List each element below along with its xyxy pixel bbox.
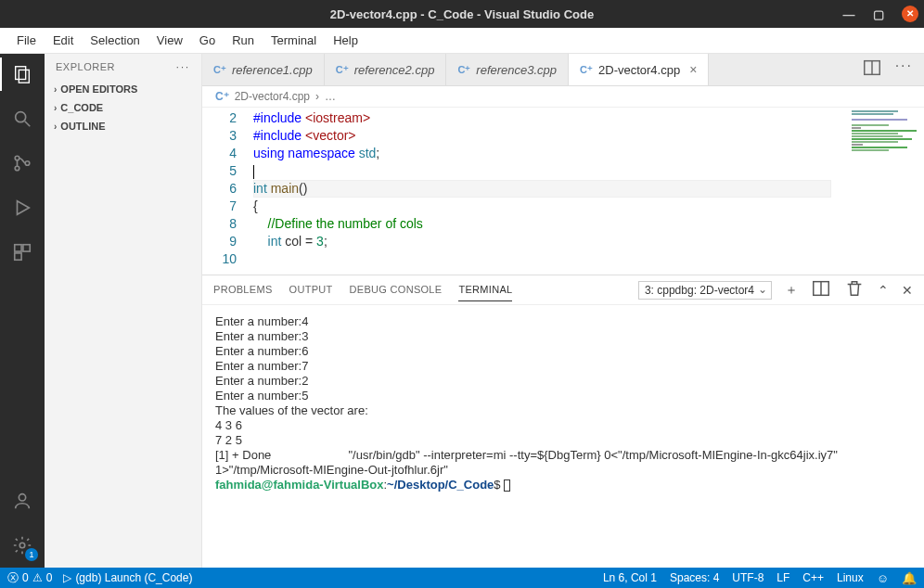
breadcrumb-more: … bbox=[325, 90, 336, 103]
sidebar-section-open-editors[interactable]: ›OPEN EDITORS bbox=[45, 80, 201, 98]
svg-rect-1 bbox=[19, 70, 29, 83]
status-eol[interactable]: LF bbox=[776, 571, 789, 585]
breadcrumb-sep: › bbox=[315, 90, 319, 103]
svg-rect-9 bbox=[23, 245, 30, 251]
svg-marker-7 bbox=[18, 201, 30, 215]
maximize-panel-icon[interactable]: ⌃ bbox=[878, 283, 889, 298]
notifications-icon[interactable]: 🔔 bbox=[902, 571, 917, 585]
tab-2D-vector4-cpp[interactable]: C⁺2D-vector4.cpp× bbox=[569, 54, 709, 85]
menu-help[interactable]: Help bbox=[326, 30, 366, 51]
terminal-selector[interactable]: 3: cppdbg: 2D-vector4 bbox=[638, 281, 772, 300]
window-title: 2D-vector4.cpp - C_Code - Visual Studio … bbox=[330, 7, 594, 21]
title-bar: 2D-vector4.cpp - C_Code - Visual Studio … bbox=[0, 0, 924, 28]
tab-reference3-cpp[interactable]: C⁺reference3.cpp bbox=[446, 54, 569, 85]
tab-reference1-cpp[interactable]: C⁺reference1.cpp bbox=[202, 54, 325, 85]
status-position[interactable]: Ln 6, Col 1 bbox=[603, 571, 657, 585]
menu-file[interactable]: File bbox=[9, 30, 44, 51]
close-button[interactable]: ✕ bbox=[902, 6, 918, 22]
settings-icon[interactable]: 1 bbox=[9, 532, 35, 558]
feedback-icon[interactable]: ☺ bbox=[877, 571, 889, 585]
status-os[interactable]: Linux bbox=[837, 571, 864, 585]
svg-rect-0 bbox=[16, 67, 26, 80]
menu-go[interactable]: Go bbox=[192, 30, 223, 51]
status-errors[interactable]: ⓧ 0 ⚠ 0 bbox=[7, 570, 52, 586]
menu-view[interactable]: View bbox=[149, 30, 190, 51]
menu-run[interactable]: Run bbox=[225, 30, 262, 51]
source-control-icon[interactable] bbox=[9, 150, 35, 176]
sidebar-section-outline[interactable]: ›OUTLINE bbox=[45, 117, 201, 135]
menu-edit[interactable]: Edit bbox=[45, 30, 81, 51]
svg-point-2 bbox=[16, 112, 26, 122]
svg-line-3 bbox=[25, 121, 31, 127]
status-bar: ⓧ 0 ⚠ 0 ▷ (gdb) Launch (C_Code) Ln 6, Co… bbox=[0, 568, 924, 588]
breadcrumb-file: 2D-vector4.cpp bbox=[235, 90, 310, 103]
status-spaces[interactable]: Spaces: 4 bbox=[670, 571, 719, 585]
new-terminal-icon[interactable]: ＋ bbox=[785, 282, 798, 299]
close-panel-icon[interactable]: ✕ bbox=[902, 283, 913, 298]
kill-terminal-icon[interactable] bbox=[844, 278, 865, 301]
split-editor-icon[interactable] bbox=[862, 58, 882, 82]
terminal-output[interactable]: Enter a number:4Enter a number:3Enter a … bbox=[202, 305, 924, 568]
explorer-icon[interactable] bbox=[9, 61, 35, 87]
panel-tabs: PROBLEMSOUTPUTDEBUG CONSOLETERMINAL 3: c… bbox=[202, 275, 924, 305]
menu-terminal[interactable]: Terminal bbox=[263, 30, 324, 51]
panel-tab-debug-console[interactable]: DEBUG CONSOLE bbox=[350, 278, 443, 301]
svg-point-5 bbox=[15, 166, 19, 171]
sidebar-section-c_code[interactable]: ›C_CODE bbox=[45, 98, 201, 117]
svg-rect-8 bbox=[15, 245, 21, 251]
panel: PROBLEMSOUTPUTDEBUG CONSOLETERMINAL 3: c… bbox=[202, 275, 924, 568]
split-terminal-icon[interactable] bbox=[811, 278, 831, 301]
extensions-icon[interactable] bbox=[9, 239, 35, 265]
settings-badge: 1 bbox=[25, 548, 38, 561]
tab-close-icon[interactable]: × bbox=[689, 62, 697, 77]
panel-tab-output[interactable]: OUTPUT bbox=[289, 278, 333, 301]
editor-more-icon[interactable]: ··· bbox=[895, 58, 913, 82]
editor-area: C⁺reference1.cppC⁺reference2.cppC⁺refere… bbox=[202, 54, 924, 568]
svg-point-12 bbox=[19, 543, 25, 548]
debug-icon[interactable] bbox=[9, 195, 35, 221]
activity-bar: 1 bbox=[0, 54, 45, 568]
svg-point-6 bbox=[25, 161, 30, 166]
search-icon[interactable] bbox=[9, 106, 35, 132]
minimize-button[interactable]: ― bbox=[842, 7, 855, 20]
panel-tab-problems[interactable]: PROBLEMS bbox=[213, 278, 273, 301]
accounts-icon[interactable] bbox=[9, 488, 35, 514]
editor-tabs: C⁺reference1.cppC⁺reference2.cppC⁺refere… bbox=[202, 54, 924, 86]
menu-selection[interactable]: Selection bbox=[83, 30, 147, 51]
tab-reference2-cpp[interactable]: C⁺reference2.cpp bbox=[325, 54, 447, 85]
menu-bar: FileEditSelectionViewGoRunTerminalHelp bbox=[0, 28, 924, 54]
code-editor[interactable]: 2345678910 #include <iostream>#include <… bbox=[202, 108, 924, 275]
svg-point-11 bbox=[19, 494, 25, 501]
sidebar-more-icon[interactable]: ··· bbox=[176, 61, 190, 72]
panel-tab-terminal[interactable]: TERMINAL bbox=[458, 278, 512, 301]
breadcrumb[interactable]: C⁺ 2D-vector4.cpp › … bbox=[202, 86, 924, 108]
status-language[interactable]: C++ bbox=[802, 571, 824, 585]
sidebar: EXPLORER ··· ›OPEN EDITORS›C_CODE›OUTLIN… bbox=[45, 54, 202, 568]
status-encoding[interactable]: UTF-8 bbox=[732, 571, 764, 585]
svg-point-4 bbox=[15, 156, 19, 160]
maximize-button[interactable]: ▢ bbox=[872, 7, 885, 20]
svg-rect-10 bbox=[15, 253, 21, 260]
status-launch[interactable]: ▷ (gdb) Launch (C_Code) bbox=[63, 571, 192, 584]
sidebar-title: EXPLORER bbox=[56, 61, 115, 72]
